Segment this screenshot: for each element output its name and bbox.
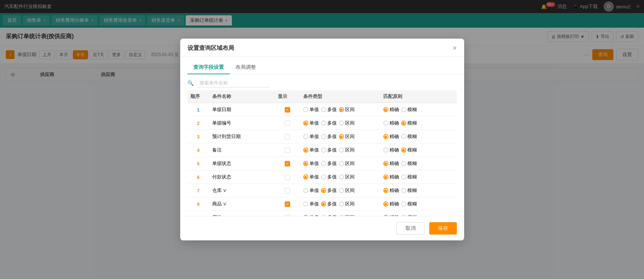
search-input[interactable] <box>197 79 269 86</box>
tab-layout-adjust[interactable]: 布局调整 <box>230 61 262 74</box>
dialog: 设置查询区域布局 × 查询字段设置 布局调整 🔍 顺序 条件名称 显示 条件类型… <box>180 39 464 86</box>
dialog-tabs: 查询字段设置 布局调整 <box>180 57 464 74</box>
dialog-close-button[interactable]: × <box>453 44 457 52</box>
tab-query-fields[interactable]: 查询字段设置 <box>187 61 230 74</box>
dialog-title: 设置查询区域布局 <box>187 44 234 52</box>
dialog-search-area: 🔍 <box>180 74 464 86</box>
search-icon: 🔍 <box>187 80 194 86</box>
dialog-header: 设置查询区域布局 × <box>180 39 464 57</box>
modal-overlay: 设置查询区域布局 × 查询字段设置 布局调整 🔍 顺序 条件名称 显示 条件类型… <box>0 0 644 86</box>
